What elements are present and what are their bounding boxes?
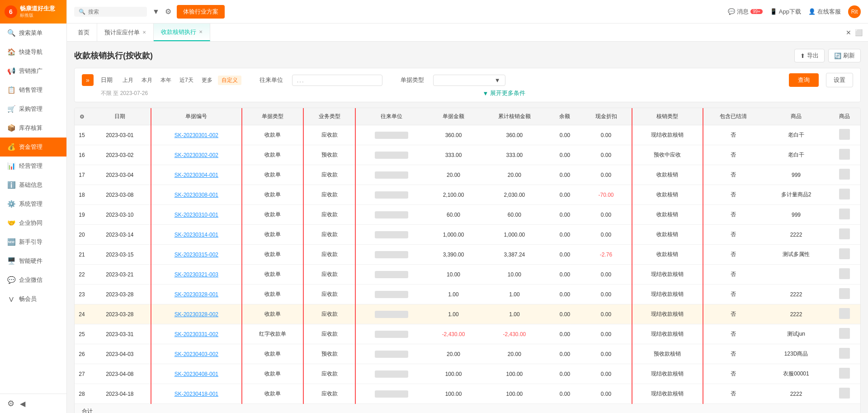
settings-gear-icon[interactable]: ⚙ bbox=[165, 7, 171, 16]
sidebar-item-purchase[interactable]: 🛒采购管理 bbox=[0, 100, 66, 119]
th-settings[interactable]: ⚙ bbox=[75, 108, 89, 125]
cell-writeoff-amount: -2,430.00 bbox=[480, 324, 549, 344]
cell-include-settled: 否 bbox=[703, 205, 764, 225]
sidebar-item-wechat[interactable]: 💬企业微信 bbox=[0, 271, 66, 290]
cell-amount: 360.00 bbox=[427, 125, 480, 145]
this-month-btn[interactable]: 本月 bbox=[139, 76, 155, 85]
more-btn[interactable]: 更多 bbox=[199, 76, 215, 85]
cell-voucher-no[interactable]: SK-20230304-001 bbox=[151, 165, 242, 185]
sidebar-item-inventory[interactable]: 📦库存核算 bbox=[0, 119, 66, 138]
table-row[interactable]: 27 2023-04-08 SK-20230408-001 收款单 应收款 ██… bbox=[75, 364, 860, 384]
query-btn[interactable]: 查询 bbox=[789, 73, 819, 87]
last-7-days-btn[interactable]: 近7天 bbox=[177, 76, 196, 85]
cell-voucher-no[interactable]: SK-20230418-001 bbox=[151, 384, 242, 404]
gear-icon[interactable]: ▼ bbox=[152, 8, 160, 16]
tab-payable-close[interactable]: ✕ bbox=[142, 30, 146, 35]
sidebar-item-shortcut[interactable]: 🏠快捷导航 bbox=[0, 43, 66, 62]
cell-product-img bbox=[829, 265, 860, 285]
cell-voucher-no[interactable]: SK-20230302-002 bbox=[151, 145, 242, 165]
table-row[interactable]: 23 2023-03-28 SK-20230328-001 收款单 应收款 ██… bbox=[75, 285, 860, 304]
sidebar-item-enterprise[interactable]: 🤝企业协同 bbox=[0, 214, 66, 233]
industry-btn[interactable]: 体验行业方案 bbox=[177, 5, 225, 19]
cell-voucher-no[interactable]: SK-20230328-002 bbox=[151, 304, 242, 324]
sidebar-item-search[interactable]: 🔍搜索菜单 bbox=[0, 24, 66, 43]
sidebar-item-marketing[interactable]: 📢营销推广 bbox=[0, 62, 66, 81]
table-row[interactable]: 18 2023-03-08 SK-20230308-001 收款单 应收款 ██… bbox=[75, 185, 860, 205]
cell-date: 2023-03-08 bbox=[89, 185, 151, 205]
sidebar-item-sales[interactable]: 📋销售管理 bbox=[0, 81, 66, 100]
cell-date: 2023-03-01 bbox=[89, 125, 151, 145]
cell-voucher-no[interactable]: SK-20230321-003 bbox=[151, 265, 242, 285]
tab-home[interactable]: 首页 bbox=[71, 24, 97, 41]
filter-row: » 日期 上月 本月 本年 近7天 更多 自定义 往来单位 ... 单据类型 bbox=[82, 73, 853, 87]
tab-collection-close[interactable]: ✕ bbox=[199, 29, 203, 34]
cell-writeoff-amount: 20.00 bbox=[480, 165, 549, 185]
table-row[interactable]: 19 2023-03-10 SK-20230310-001 收款单 应收款 ██… bbox=[75, 205, 860, 225]
member-icon: V bbox=[7, 295, 15, 303]
table-scroll[interactable]: ⚙ 日期 单据编号 单据类型 业务类型 往来单位 单据金额 累计核销金额 余额 … bbox=[75, 108, 860, 413]
last-month-btn[interactable]: 上月 bbox=[120, 76, 136, 85]
sidebar-item-hardware[interactable]: 🖥️智能硬件 bbox=[0, 252, 66, 271]
cell-voucher-no[interactable]: SK-20230301-002 bbox=[151, 125, 242, 145]
sidebar-item-operations[interactable]: 📊经营管理 bbox=[0, 157, 66, 176]
table-row[interactable]: 17 2023-03-04 SK-20230304-001 收款单 应收款 ██… bbox=[75, 165, 860, 185]
table-row[interactable]: 20 2023-03-14 SK-20230314-001 收款单 应收款 ██… bbox=[75, 225, 860, 245]
export-btn[interactable]: ⬆ 导出 bbox=[794, 49, 825, 62]
message-item[interactable]: 💬 消息 99+ bbox=[728, 8, 763, 16]
sidebar-item-guide[interactable]: 🆕新手引导 bbox=[0, 233, 66, 252]
this-year-btn[interactable]: 本年 bbox=[158, 76, 174, 85]
cell-voucher-no[interactable]: SK-20230315-002 bbox=[151, 245, 242, 265]
cell-product-img bbox=[829, 304, 860, 324]
table-wrap: ⚙ 日期 单据编号 单据类型 业务类型 往来单位 单据金额 累计核销金额 余额 … bbox=[74, 108, 861, 413]
expand-conditions[interactable]: ▼ 展开更多条件 bbox=[483, 89, 526, 97]
sidebar-item-basic[interactable]: ℹ️基础信息 bbox=[0, 176, 66, 195]
table-row[interactable]: 16 2023-03-02 SK-20230302-002 收款单 预收款 ██… bbox=[75, 145, 860, 165]
voucher-type-select[interactable]: ▼ bbox=[433, 75, 505, 86]
cell-voucher-no[interactable]: SK-20230408-001 bbox=[151, 364, 242, 384]
cell-voucher-no[interactable]: SK-20230328-001 bbox=[151, 285, 242, 304]
custom-date-btn[interactable]: 自定义 bbox=[218, 76, 241, 85]
table-row[interactable]: 26 2023-04-03 SK-20230403-002 收款单 预收款 ██… bbox=[75, 344, 860, 364]
search-wrap[interactable]: 🔍 bbox=[74, 7, 147, 17]
avatar[interactable]: Rit bbox=[848, 5, 861, 18]
settings-icon[interactable]: ⚙ bbox=[7, 399, 14, 408]
counterparty-select[interactable]: ... bbox=[292, 75, 382, 86]
cell-counterparty: ████ bbox=[355, 324, 427, 344]
cell-amount: 3,390.00 bbox=[427, 245, 480, 265]
cell-voucher-no[interactable]: SK-20230314-001 bbox=[151, 225, 242, 245]
cell-writeoff-amount: 100.00 bbox=[480, 384, 549, 404]
search-input[interactable] bbox=[88, 9, 142, 15]
table-row[interactable]: 15 2023-03-01 SK-20230301-002 收款单 应收款 ██… bbox=[75, 125, 860, 145]
page-actions: ⬆ 导出 🔄 刷新 bbox=[794, 49, 861, 62]
sidebar-label-guide: 新手引导 bbox=[19, 238, 42, 246]
cell-product-img bbox=[829, 165, 860, 185]
cell-cash-discount: 0.00 bbox=[580, 285, 632, 304]
cell-voucher-no[interactable]: SK-20230308-001 bbox=[151, 185, 242, 205]
tab-payable[interactable]: 预计应应付单 ✕ bbox=[97, 24, 154, 41]
tab-collection[interactable]: 收款核销执行 ✕ bbox=[154, 24, 210, 41]
cell-voucher-no[interactable]: SK-20230403-002 bbox=[151, 344, 242, 364]
expand-btn[interactable]: » bbox=[82, 74, 94, 86]
tab-close-btn[interactable]: ✕ bbox=[846, 29, 851, 36]
cell-voucher-no[interactable]: SK-20230331-002 bbox=[151, 324, 242, 344]
app-download-item[interactable]: 📱 App下载 bbox=[770, 8, 801, 16]
cell-biz-type: 应收款 bbox=[303, 185, 355, 205]
table-row[interactable]: 24 2023-03-28 SK-20230328-002 收款单 应收款 ██… bbox=[75, 304, 860, 324]
cell-writeoff-amount: 1.00 bbox=[480, 285, 549, 304]
collapse-icon[interactable]: ◀ bbox=[20, 399, 25, 408]
date-label: 日期 bbox=[101, 76, 113, 84]
sidebar-item-system[interactable]: ⚙️系统管理 bbox=[0, 195, 66, 214]
sales-icon: 📋 bbox=[7, 86, 15, 94]
cell-no: 21 bbox=[75, 245, 89, 265]
online-service-item[interactable]: 👤 在线客服 bbox=[808, 8, 841, 16]
sidebar-item-funds[interactable]: 💰资金管理 bbox=[0, 138, 66, 157]
tab-expand-btn[interactable]: ⬜ bbox=[855, 29, 863, 36]
table-row[interactable]: 25 2023-03-31 SK-20230331-002 红字收款单 应收款 … bbox=[75, 324, 860, 344]
refresh-btn[interactable]: 🔄 刷新 bbox=[828, 49, 861, 62]
table-row[interactable]: 21 2023-03-15 SK-20230315-002 收款单 应收款 ██… bbox=[75, 245, 860, 265]
sidebar-item-member[interactable]: V畅会员 bbox=[0, 290, 66, 309]
table-row[interactable]: 22 2023-03-21 SK-20230321-003 收款单 应收款 ██… bbox=[75, 265, 860, 285]
cell-voucher-no[interactable]: SK-20230310-001 bbox=[151, 205, 242, 225]
setting-btn[interactable]: 设置 bbox=[826, 73, 853, 87]
table-row[interactable]: 28 2023-04-18 SK-20230418-001 收款单 应收款 ██… bbox=[75, 384, 860, 404]
